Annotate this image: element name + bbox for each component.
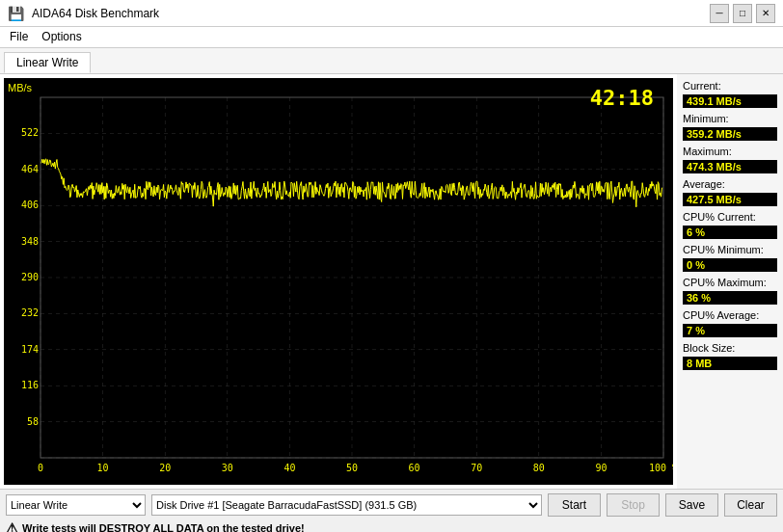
menu-bar: File Options: [0, 27, 783, 48]
maximize-button[interactable]: □: [733, 4, 752, 23]
cpu-maximum-label: CPU% Maximum:: [683, 277, 777, 288]
benchmark-chart: [4, 78, 673, 485]
tab-bar: Linear Write: [0, 48, 783, 74]
title-bar: 💾 AIDA64 Disk Benchmark ─ □ ✕: [0, 0, 783, 27]
block-size-label: Block Size:: [683, 342, 777, 354]
average-value: 427.5 MB/s: [683, 193, 777, 206]
warning-row: ⚠ Write tests will DESTROY ALL DATA on t…: [6, 520, 777, 532]
current-label: Current:: [683, 80, 777, 92]
warning-text: Write tests will DESTROY ALL DATA on the…: [22, 522, 305, 532]
save-button[interactable]: Save: [665, 493, 718, 517]
minimum-label: Minimum:: [683, 113, 777, 124]
cpu-average-label: CPU% Average:: [683, 309, 777, 321]
minimum-value: 359.2 MB/s: [683, 127, 777, 141]
block-size-value: 8 MB: [683, 357, 777, 370]
bottom-bar: Linear Write Random Write Linear Read Ra…: [0, 489, 783, 532]
menu-options[interactable]: Options: [36, 29, 87, 45]
maximum-label: Maximum:: [683, 146, 777, 157]
cpu-maximum-value: 36 %: [683, 291, 777, 305]
current-value: 439.1 MB/s: [683, 94, 777, 108]
title-controls: ─ □ ✕: [710, 4, 775, 23]
maximum-value: 474.3 MB/s: [683, 160, 777, 173]
menu-file[interactable]: File: [4, 29, 34, 45]
controls-row: Linear Write Random Write Linear Read Ra…: [6, 493, 777, 517]
chart-area: MB/s 42:18: [4, 78, 673, 485]
y-axis-unit: MB/s: [8, 82, 32, 93]
start-button[interactable]: Start: [548, 493, 601, 517]
timer-display: 42:18: [590, 86, 654, 110]
close-button[interactable]: ✕: [756, 4, 775, 23]
tab-linear-write[interactable]: Linear Write: [4, 52, 91, 73]
cpu-average-value: 7 %: [683, 324, 777, 337]
benchmark-select[interactable]: Linear Write Random Write Linear Read Ra…: [6, 494, 146, 516]
warning-icon: ⚠: [6, 520, 18, 532]
stop-button[interactable]: Stop: [607, 493, 660, 517]
average-label: Average:: [683, 178, 777, 190]
cpu-minimum-label: CPU% Minimum:: [683, 244, 777, 255]
app-icon: 💾: [8, 6, 24, 21]
cpu-current-label: CPU% Current:: [683, 211, 777, 223]
drive-select[interactable]: Disk Drive #1 [Seagate BarracudaFastSSD]…: [151, 494, 542, 516]
minimize-button[interactable]: ─: [710, 4, 729, 23]
cpu-minimum-value: 0 %: [683, 258, 777, 272]
cpu-current-value: 6 %: [683, 226, 777, 239]
sidebar: Current: 439.1 MB/s Minimum: 359.2 MB/s …: [677, 74, 783, 489]
window-title: AIDA64 Disk Benchmark: [32, 7, 159, 20]
main-content: MB/s 42:18 Current: 439.1 MB/s Minimum: …: [0, 74, 783, 489]
clear-button[interactable]: Clear: [724, 493, 777, 517]
